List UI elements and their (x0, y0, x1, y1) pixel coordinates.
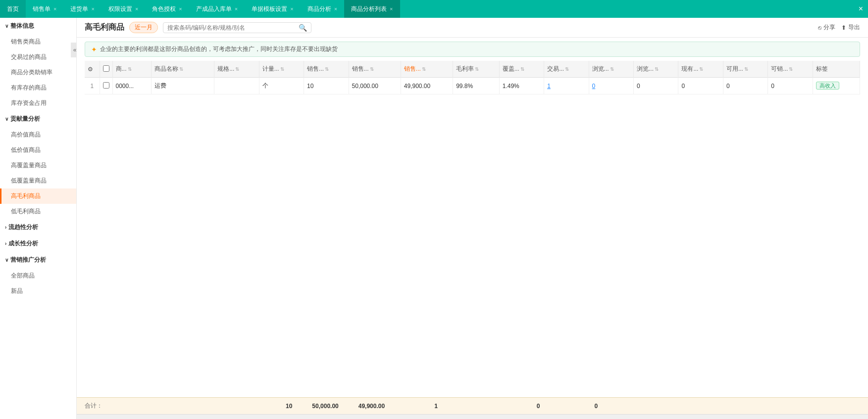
close-all-btn[interactable]: × (859, 4, 863, 13)
close-product-inbound-tab[interactable]: × (235, 6, 238, 12)
col-tag[interactable]: 标签 (813, 61, 860, 78)
row-stock-current: 0 (678, 78, 723, 94)
col-gross-margin[interactable]: 毛利率⇅ (453, 61, 500, 78)
row-coverage: 1.49% (499, 78, 544, 94)
footer-stock-saleable: 0 (595, 403, 598, 410)
sidebar-group-overall[interactable]: ∨ 整体信息 (0, 18, 76, 34)
col-code[interactable]: 商...⇅ (112, 61, 152, 78)
col-stock-available[interactable]: 可用...⇅ (723, 61, 767, 78)
sort-stock-current: ⇅ (699, 66, 703, 72)
nav-product-inbound[interactable]: 产成品入库单 × (189, 0, 245, 18)
nav-home[interactable]: 首页 (0, 0, 26, 18)
row-views1: 0 (589, 78, 633, 94)
row-sale-cost: 49,900.00 (401, 78, 453, 94)
row-transactions: 1 (544, 78, 589, 94)
row-gross-margin: 99.8% (453, 78, 500, 94)
close-goods-analysis-tab[interactable]: × (334, 6, 337, 12)
sidebar-group-trend[interactable]: › 流趋性分析 (0, 219, 76, 235)
sidebar: « ∨ 整体信息 销售类商品 交易过的商品 商品分类助销率 有库存的商品 库存资… (0, 18, 77, 419)
content-header: 高毛利商品 近一月 🔍 ⎋ 分享 ⬆ 导出 (77, 18, 868, 38)
sort-views2: ⇅ (655, 66, 659, 72)
sidebar-item-high-margin[interactable]: 高毛利商品 (0, 188, 76, 204)
main-layout: « ∨ 整体信息 销售类商品 交易过的商品 商品分类助销率 有库存的商品 库存资… (0, 18, 868, 419)
sidebar-item-new-goods[interactable]: 新品 (0, 283, 76, 299)
sidebar-item-in-stock[interactable]: 有库存的商品 (0, 80, 76, 95)
col-sale-cost[interactable]: 销售...⇅ (401, 61, 453, 78)
table-container[interactable]: ⚙ 商...⇅ 商品名称⇅ 规格...⇅ 计量...⇅ 销售...⇅ 销售...… (85, 61, 860, 397)
row-num: 1 (85, 78, 100, 94)
sidebar-item-traded-goods[interactable]: 交易过的商品 (0, 49, 76, 65)
row-code[interactable]: 0000... (112, 78, 152, 94)
sort-gross-margin: ⇅ (475, 66, 479, 72)
sidebar-group-growth[interactable]: › 成长性分析 (0, 235, 76, 252)
sidebar-item-high-value[interactable]: 高价值商品 (0, 127, 76, 142)
nav-role[interactable]: 角色授权 × (145, 0, 189, 18)
col-name[interactable]: 商品名称⇅ (152, 61, 214, 78)
col-unit[interactable]: 计量...⇅ (259, 61, 304, 78)
horizontal-scrollbar[interactable] (77, 414, 868, 419)
content-area: 高毛利商品 近一月 🔍 ⎋ 分享 ⬆ 导出 ✦ 企业的主要的利润都是这部分商品创… (77, 18, 868, 419)
search-input[interactable] (167, 24, 299, 31)
col-coverage[interactable]: 覆盖...⇅ (499, 61, 544, 78)
col-checkbox[interactable] (100, 61, 112, 78)
select-all-checkbox[interactable] (103, 65, 109, 72)
row-checkbox[interactable] (100, 78, 112, 94)
nav-sales[interactable]: 销售单 × (26, 0, 63, 18)
nav-purchase[interactable]: 进货单 × (63, 0, 101, 18)
close-permission-tab[interactable]: × (135, 6, 138, 12)
sort-unit: ⇅ (280, 66, 284, 72)
col-sale-amount[interactable]: 销售...⇅ (349, 61, 401, 78)
close-purchase-tab[interactable]: × (91, 6, 94, 12)
sidebar-item-sales-goods[interactable]: 销售类商品 (0, 34, 76, 49)
sort-name: ⇅ (179, 66, 183, 72)
sidebar-item-low-margin[interactable]: 低毛利商品 (0, 204, 76, 219)
row-select-checkbox[interactable] (103, 82, 109, 89)
sidebar-item-high-coverage[interactable]: 高覆盖量商品 (0, 158, 76, 173)
col-sale-qty[interactable]: 销售...⇅ (304, 61, 349, 78)
col-transactions[interactable]: 交易...⇅ (544, 61, 589, 78)
table-row: 1 0000... 运费 个 10 50,000.00 49,900.00 99… (85, 78, 860, 94)
nav-permission[interactable]: 权限设置 × (102, 0, 145, 18)
col-spec[interactable]: 规格...⇅ (214, 61, 259, 78)
footer-label: 合计： (85, 402, 102, 410)
transactions-link[interactable]: 1 (547, 83, 551, 90)
sort-sale-amount: ⇅ (370, 66, 374, 72)
sidebar-item-stock-capital[interactable]: 库存资金占用 (0, 95, 76, 111)
close-role-tab[interactable]: × (179, 6, 182, 12)
row-stock-saleable: 0 (768, 78, 813, 94)
search-icon[interactable]: 🔍 (299, 24, 307, 32)
export-btn[interactable]: ⬆ 导出 (841, 23, 860, 32)
arrow-overall: ∨ (5, 23, 8, 29)
col-stock-saleable[interactable]: 可销...⇅ (768, 61, 813, 78)
share-icon: ⎋ (818, 24, 821, 31)
nav-goods-analysis-list[interactable]: 商品分析列表 × (344, 0, 400, 18)
row-views2: 0 (634, 78, 678, 94)
row-spec (214, 78, 259, 94)
sort-transactions: ⇅ (565, 66, 569, 72)
col-stock-current[interactable]: 现有...⇅ (678, 61, 723, 78)
close-sales-tab[interactable]: × (53, 6, 56, 12)
sidebar-item-low-coverage[interactable]: 低覆盖量商品 (0, 173, 76, 188)
sidebar-group-marketing[interactable]: ∨ 营销推广分析 (0, 252, 76, 268)
col-views2[interactable]: 浏览...⇅ (634, 61, 678, 78)
arrow-contribution: ∨ (5, 116, 8, 122)
nav-template[interactable]: 单据模板设置 × (245, 0, 300, 18)
sidebar-group-contribution[interactable]: ∨ 贡献量分析 (0, 111, 76, 127)
search-box: 🔍 (163, 22, 311, 33)
filter-recent-month-btn[interactable]: 近一月 (129, 22, 158, 33)
sidebar-item-all-goods[interactable]: 全部商品 (0, 268, 76, 283)
share-btn[interactable]: ⎋ 分享 (818, 23, 835, 32)
col-views1[interactable]: 浏览...⇅ (589, 61, 633, 78)
sort-spec: ⇅ (235, 66, 239, 72)
sidebar-item-low-value[interactable]: 低价值商品 (0, 142, 76, 158)
sidebar-collapse-btn[interactable]: « (71, 43, 77, 57)
sort-sale-cost: ⇅ (422, 66, 426, 72)
sidebar-item-category-rate[interactable]: 商品分类助销率 (0, 65, 76, 80)
footer-sale-qty: 10 (286, 403, 292, 410)
nav-goods-analysis[interactable]: 商品分析 × (301, 0, 344, 18)
views1-link[interactable]: 0 (592, 83, 596, 90)
col-settings[interactable]: ⚙ (85, 61, 100, 78)
row-stock-available: 0 (723, 78, 767, 94)
close-template-tab[interactable]: × (290, 6, 293, 12)
close-goods-analysis-list-tab[interactable]: × (390, 6, 393, 12)
